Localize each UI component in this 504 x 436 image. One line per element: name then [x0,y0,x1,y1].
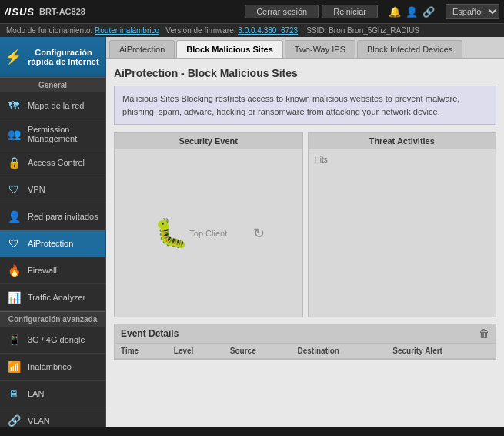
sidebar-item-vpn[interactable]: 🛡 VPN [0,176,105,203]
sidebar-item-label: VPN [28,185,45,194]
guest-icon: 👤 [6,209,22,224]
model-name: BRT-AC828 [39,7,85,16]
sidebar-header-title: Configuración rápida de Internet [26,48,101,66]
logo-area: /ISUS BRT-AC828 [5,6,85,18]
sidebar-item-label: Red para invitados [28,212,98,221]
col-destination: Destination [292,344,387,359]
notification-icon: 🔔 [389,6,401,18]
security-event-body: 🐛 ↻ Top Client [115,149,302,317]
mobile-icon: 📱 [6,332,22,347]
permission-icon: 👥 [6,126,22,142]
map-icon: 🗺 [6,98,22,113]
tab-aiprotection[interactable]: AiProtection [109,40,175,58]
sidebar-item-label: Traffic Analyzer [28,293,85,302]
content-area: AiProtection Block Malicious Sites Two-W… [106,37,504,427]
top-buttons: Cerrar sesión Reiniciar 🔔 👤 🔗 Español En… [245,4,499,19]
lan-icon: 🖥 [6,386,22,401]
sidebar-header-icon: ⚡ [5,49,22,65]
col-time: Time [115,344,168,359]
event-table: Time Level Source Destination Security A… [115,344,496,359]
sidebar-item-label: Inalámbrico [28,362,72,371]
col-level: Level [168,344,224,359]
page-title: AiProtection - Block Malicious Sites [114,67,496,79]
sidebar-item-vlan[interactable]: 🔗 VLAN [0,407,105,427]
sidebar-item-access-control[interactable]: 🔒 Access Control [0,149,105,176]
threat-activities-panel: Threat Activities Hits [308,132,497,317]
top-client-label: Top Client [189,229,227,238]
ssid-values: Bron Bron_5Ghz_RADIUS [329,26,419,35]
sidebar-item-label: Mapa de la red [28,101,84,110]
trash-icon[interactable]: 🗑 [479,327,489,340]
page-description: Malicious Sites Blocking restricts acces… [114,86,496,125]
event-details-title: Event Details [121,328,179,339]
sidebar-item-label: VLAN [28,416,50,425]
ssid-label: SSID: [306,26,326,35]
sidebar-item-inalambrico[interactable]: 📶 Inalámbrico [0,354,105,381]
sidebar-header: ⚡ Configuración rápida de Internet [0,37,105,77]
main-layout: ⚡ Configuración rápida de Internet Gener… [0,37,504,427]
tab-two-way-ips[interactable]: Two-Way IPS [285,40,355,58]
firmware-link[interactable]: 3.0.0.4.380_6723 [238,26,298,35]
firewall-icon: 🔥 [6,263,22,278]
lock-icon: 🔒 [6,155,22,170]
restart-button[interactable]: Reiniciar [322,5,378,18]
mode-link[interactable]: Router inalámbrico [95,26,159,35]
section-label-avanzada: Configuración avanzada [0,311,105,327]
tab-block-malicious[interactable]: Block Malicious Sites [176,40,282,58]
sidebar-item-mapa-red[interactable]: 🗺 Mapa de la red [0,92,105,119]
sidebar-item-aiprotection[interactable]: 🛡 AiProtection [0,230,105,257]
language-select[interactable]: Español English [446,4,499,19]
sidebar-item-label: Firewall [28,266,57,275]
status-icons-area: 🔔 👤 🔗 [389,6,435,18]
sidebar-item-lan[interactable]: 🖥 LAN [0,381,105,407]
wifi-icon: 📶 [6,359,22,374]
bug-icon: 🐛 [154,217,189,250]
sidebar-item-label: Permission Management [28,125,99,143]
sidebar-item-label: Access Control [28,158,85,167]
user-icon: 👤 [406,6,418,18]
shield-icon: 🛡 [6,182,22,197]
threat-activities-body: Hits [309,149,496,317]
sidebar-item-label: 3G / 4G dongle [28,335,85,344]
tabs-bar: AiProtection Block Malicious Sites Two-W… [106,37,504,59]
hits-label: Hits [315,156,328,164]
info-bar: Modo de funcionamiento: Router inalámbri… [0,23,504,37]
sidebar-item-label: LAN [28,389,44,398]
threat-activities-header: Threat Activities [309,133,496,149]
refresh-icon[interactable]: ↻ [253,225,265,242]
event-details-panel: Event Details 🗑 Time Level Source Destin… [114,324,496,360]
security-event-header: Security Event [115,133,302,149]
sidebar-item-firewall[interactable]: 🔥 Firewall [0,257,105,284]
asus-logo: /ISUS [5,6,35,18]
sidebar: ⚡ Configuración rápida de Internet Gener… [0,37,106,427]
top-bar: /ISUS BRT-AC828 Cerrar sesión Reiniciar … [0,0,504,23]
tab-block-infected[interactable]: Block Infected Devices [357,40,462,58]
logout-button[interactable]: Cerrar sesión [245,5,319,18]
event-details-header: Event Details 🗑 [115,324,496,344]
aiprotection-icon: 🛡 [6,236,22,251]
sidebar-item-red-invitados[interactable]: 👤 Red para invitados [0,203,105,230]
col-security-alert: Security Alert [386,344,496,359]
sidebar-item-traffic-analyzer[interactable]: 📊 Traffic Analyzer [0,284,105,311]
mode-label: Modo de funcionamiento: [6,26,92,35]
charts-row: Security Event 🐛 ↻ Top Client Threat Act… [114,132,496,317]
sidebar-item-3g-dongle[interactable]: 📱 3G / 4G dongle [0,327,105,354]
chart-icon: 📊 [6,290,22,305]
col-source: Source [224,344,292,359]
security-event-panel: Security Event 🐛 ↻ Top Client [114,132,303,317]
vlan-icon: 🔗 [6,413,22,427]
sidebar-item-label: AiProtection [28,239,73,248]
section-label-general: General [0,77,105,92]
sidebar-item-permission[interactable]: 👥 Permission Management [0,119,105,149]
table-header-row: Time Level Source Destination Security A… [115,344,496,359]
network-icon: 🔗 [422,6,435,18]
firmware-label: Versión de firmware: [165,26,235,35]
page-content: AiProtection - Block Malicious Sites Mal… [106,59,504,427]
